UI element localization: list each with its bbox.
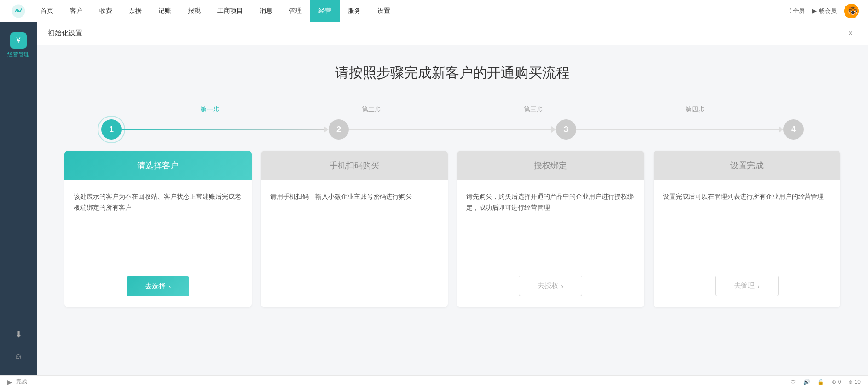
nav-item-manage[interactable]: 管理 (281, 0, 310, 22)
step-indicators: 1 2 3 4 (64, 119, 840, 140)
counter-1: ⊕ 0 (832, 379, 841, 385)
step-card-2-footer (261, 289, 448, 307)
nav-item-message[interactable]: 消息 (251, 0, 281, 22)
video-icon: ▶ (812, 7, 817, 14)
top-navigation: 首页 客户 收费 票据 记账 报税 工商项目 消息 管理 经营 服务 设置 ⛶ … (0, 0, 868, 22)
step-circle-3: 3 (556, 119, 576, 140)
main-layout: ¥ 经营管理 ⬇ ☺ 初始化设置 × 请按照步骤完成新客户的开通购买流程 第一步… (0, 22, 868, 375)
vip-button[interactable]: ▶ 畅会员 (812, 7, 837, 15)
operation-icon: ¥ (10, 32, 27, 49)
step-circle-2: 2 (329, 119, 349, 140)
step-label-2: 第二步 (291, 106, 453, 114)
step-card-4-footer: 去管理 › (654, 268, 841, 307)
content-header: 初始化设置 × (37, 22, 868, 45)
counter-2: ⊕ 10 (848, 379, 861, 385)
step-label-1: 第一步 (129, 106, 291, 114)
step-cards: 请选择客户 该处展示的客户为不在回收站、客户状态正常建账后完成老板端绑定的所有客… (64, 151, 840, 307)
step-label-4: 第四步 (614, 106, 776, 114)
shield-icon: 🛡 (790, 379, 796, 385)
step-card-1-body: 该处展示的客户为不在回收站、客户状态正常建账后完成老板端绑定的所有客户 (64, 180, 252, 269)
sidebar-item-operation[interactable]: ¥ 经营管理 (0, 27, 37, 64)
page-title: 初始化设置 (48, 29, 82, 38)
step-indicator-3: 3 (556, 119, 783, 140)
step-card-1-footer: 去选择 › (64, 269, 252, 307)
step-card-3: 授权绑定 请先购买，购买后选择开通的产品中的企业用户进行授权绑定，成功后即可进行… (457, 151, 644, 307)
select-customer-button[interactable]: 去选择 › (127, 276, 189, 296)
fullscreen-label: 全屏 (793, 7, 805, 15)
select-customer-arrow: › (168, 282, 171, 290)
status-bar-left: ▶ 完成 (7, 378, 27, 386)
step-card-4: 设置完成 设置完成后可以在管理列表进行所有企业用户的经营管理 去管理 › (654, 151, 841, 307)
nav-item-customer[interactable]: 客户 (62, 0, 91, 22)
content-area: 初始化设置 × 请按照步骤完成新客户的开通购买流程 第一步 第二步 第三步 第四… (37, 22, 868, 375)
step-card-2-body: 请用手机扫码，输入小微企业主账号密码进行购买 (261, 180, 448, 289)
step-card-1: 请选择客户 该处展示的客户为不在回收站、客户状态正常建账后完成老板端绑定的所有客… (64, 151, 252, 307)
status-bar: ▶ 完成 🛡 🔊 🔒 ⊕ 0 ⊕ 10 (0, 375, 868, 388)
step-card-4-body: 设置完成后可以在管理列表进行所有企业用户的经营管理 (654, 180, 841, 268)
authorize-label: 去授权 (538, 282, 558, 290)
play-icon: ▶ (7, 378, 12, 386)
step-line-2 (349, 129, 551, 130)
vip-label: 畅会员 (819, 7, 837, 15)
step-indicator-4: 4 (783, 119, 804, 140)
status-bar-right: 🛡 🔊 🔒 ⊕ 0 ⊕ 10 (790, 379, 861, 385)
status-text: 完成 (16, 378, 27, 386)
nav-item-home[interactable]: 首页 (32, 0, 62, 22)
nav-item-invoice[interactable]: 票据 (121, 0, 150, 22)
nav-item-service[interactable]: 服务 (340, 0, 369, 22)
step-card-2-header: 手机扫码购买 (261, 151, 448, 180)
close-button[interactable]: × (844, 27, 857, 40)
step-indicator-2: 2 (329, 119, 556, 140)
nav-item-operation[interactable]: 经营 (310, 0, 340, 22)
nav-menu: 首页 客户 收费 票据 记账 报税 工商项目 消息 管理 经营 服务 设置 (32, 0, 785, 22)
step-card-3-header: 授权绑定 (457, 151, 644, 180)
download-icon[interactable]: ⬇ (9, 325, 28, 344)
step-arrow-3 (779, 126, 783, 133)
step-circle-1: 1 (101, 119, 122, 140)
authorize-arrow: › (561, 282, 563, 290)
nav-right-controls: ⛶ 全屏 ▶ 畅会员 🐯 (785, 4, 868, 18)
step-arrow-2 (551, 126, 556, 133)
step-card-3-body: 请先购买，购买后选择开通的产品中的企业用户进行授权绑定，成功后即可进行经营管理 (457, 180, 644, 268)
main-heading: 请按照步骤完成新客户的开通购买流程 (64, 64, 840, 82)
step-label-3: 第三步 (452, 106, 614, 114)
app-logo[interactable] (5, 4, 32, 18)
fullscreen-button[interactable]: ⛶ 全屏 (785, 7, 805, 15)
avatar[interactable]: 🐯 (844, 4, 859, 18)
nav-item-accounting[interactable]: 记账 (150, 0, 179, 22)
sidebar-item-label: 经营管理 (7, 51, 29, 59)
nav-item-settings[interactable]: 设置 (369, 0, 399, 22)
sidebar-bottom: ⬇ ☺ (9, 325, 28, 375)
step-card-3-footer: 去授权 › (457, 268, 644, 307)
sidebar: ¥ 经营管理 ⬇ ☺ (0, 22, 37, 375)
manage-arrow: › (758, 282, 760, 290)
nav-item-tax[interactable]: 报税 (179, 0, 209, 22)
nav-item-industry[interactable]: 工商项目 (209, 0, 251, 22)
step-card-2: 手机扫码购买 请用手机扫码，输入小微企业主账号密码进行购买 (261, 151, 448, 307)
svg-text:🐯: 🐯 (848, 6, 858, 16)
svg-point-1 (17, 10, 20, 12)
manage-button[interactable]: 去管理 › (715, 276, 779, 296)
step-card-4-header: 设置完成 (654, 151, 841, 180)
manage-label: 去管理 (734, 282, 755, 290)
step-labels: 第一步 第二步 第三步 第四步 (64, 106, 840, 114)
help-icon[interactable]: ☺ (9, 347, 28, 366)
step-arrow-1 (324, 126, 329, 133)
step-line-3 (576, 129, 779, 130)
scroll-content: 请按照步骤完成新客户的开通购买流程 第一步 第二步 第三步 第四步 1 2 (37, 45, 868, 375)
nav-item-fee[interactable]: 收费 (91, 0, 121, 22)
authorize-button[interactable]: 去授权 › (519, 276, 582, 296)
lock-icon: 🔒 (817, 379, 824, 385)
fullscreen-icon: ⛶ (785, 7, 791, 14)
volume-icon: 🔊 (803, 379, 810, 385)
step-card-1-header: 请选择客户 (64, 151, 252, 180)
select-customer-label: 去选择 (145, 282, 166, 291)
step-indicator-1: 1 (101, 119, 329, 140)
step-circle-4: 4 (783, 119, 804, 140)
step-line-1 (122, 129, 324, 130)
